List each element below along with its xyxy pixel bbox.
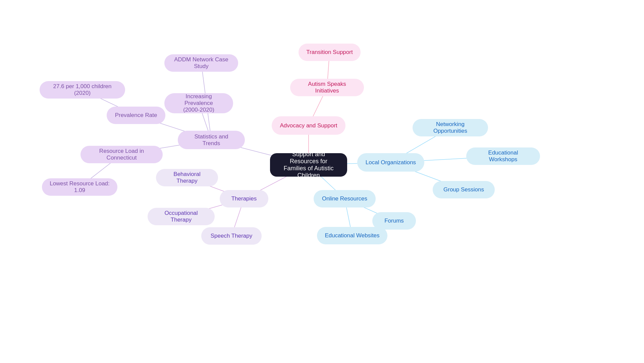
node-per1000: 27.6 per 1,000 children (2020): [40, 81, 125, 99]
node-eduWorkshops: Educational Workshops: [466, 147, 540, 165]
node-networking: Networking Opportunities: [413, 119, 488, 136]
node-prevalenceRate: Prevalence Rate: [107, 107, 165, 124]
node-autismSpeaks: Autism Speaks Initiatives: [290, 79, 364, 96]
node-resourceLoad: Resource Load in Connecticut: [80, 146, 163, 163]
node-statistics: Statistics and Trends: [178, 131, 245, 149]
mindmap-container: Support and Resources forFamilies of Aut…: [0, 0, 644, 363]
node-advocacy: Advocacy and Support: [272, 116, 345, 135]
node-localOrgs: Local Organizations: [357, 153, 424, 172]
node-increasingPrevalence: Increasing Prevalence(2000-2020): [164, 93, 233, 113]
node-lowestResource: Lowest Resource Load: 1.09: [42, 178, 117, 196]
node-speech: Speech Therapy: [201, 227, 262, 245]
node-transition: Transition Support: [299, 44, 361, 61]
node-behavioral: Behavioral Therapy: [156, 169, 218, 186]
node-therapies: Therapies: [220, 190, 268, 207]
node-occupational: Occupational Therapy: [148, 208, 215, 225]
center-node: Support and Resources forFamilies of Aut…: [270, 153, 347, 177]
node-addm: ADDM Network Case Study: [164, 54, 238, 72]
node-onlineResources: Online Resources: [314, 190, 376, 207]
node-groupSessions: Group Sessions: [433, 181, 495, 198]
node-eduWebsites: Educational Websites: [317, 227, 387, 244]
